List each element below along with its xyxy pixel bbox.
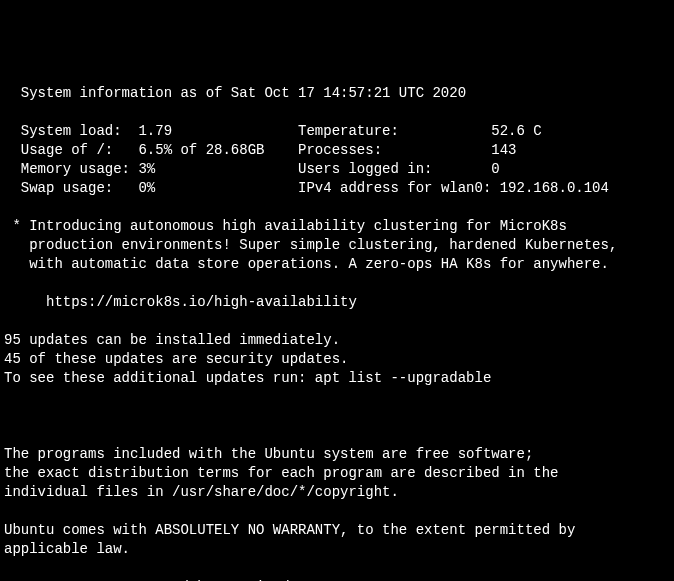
proc-value: 143: [491, 142, 516, 158]
usage-value: 6.5% of 28.68GB: [138, 142, 264, 158]
temp-value: 52.6 C: [491, 123, 541, 139]
promo-line: production environments! Super simple cl…: [4, 237, 617, 253]
legal-line: applicable law.: [4, 541, 130, 557]
swap-value: 0%: [138, 180, 155, 196]
users-value: 0: [491, 161, 499, 177]
promo-line: * Introducing autonomous high availabili…: [4, 218, 567, 234]
proc-label: Processes:: [298, 142, 491, 158]
users-label: Users logged in:: [298, 161, 491, 177]
legal-line: Ubuntu comes with ABSOLUTELY NO WARRANTY…: [4, 522, 575, 538]
temp-label: Temperature:: [298, 123, 491, 139]
promo-url: https://microk8s.io/high-availability: [4, 294, 357, 310]
legal-line: the exact distribution terms for each pr…: [4, 465, 559, 481]
updates-line: To see these additional updates run: apt…: [4, 370, 491, 386]
load-value: 1.79: [138, 123, 172, 139]
updates-line: 95 updates can be installed immediately.: [4, 332, 340, 348]
load-label: System load:: [4, 123, 138, 139]
swap-label: Swap usage:: [4, 180, 138, 196]
mem-label: Memory usage:: [4, 161, 138, 177]
promo-line: with automatic data store operations. A …: [4, 256, 609, 272]
usage-label: Usage of /:: [4, 142, 138, 158]
mem-value: 3%: [138, 161, 155, 177]
ip-label: IPv4 address for wlan0:: [298, 180, 500, 196]
ip-value: 192.168.0.104: [500, 180, 609, 196]
updates-line: 45 of these updates are security updates…: [4, 351, 348, 367]
legal-line: The programs included with the Ubuntu sy…: [4, 446, 533, 462]
sysinfo-header: System information as of Sat Oct 17 14:5…: [4, 85, 466, 101]
legal-line: individual files in /usr/share/doc/*/cop…: [4, 484, 399, 500]
terminal-output[interactable]: System information as of Sat Oct 17 14:5…: [4, 84, 670, 581]
